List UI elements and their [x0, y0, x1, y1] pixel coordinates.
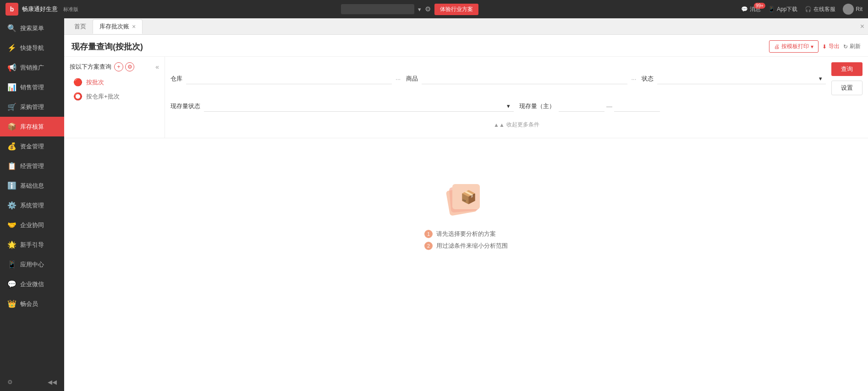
- sidebar-item-search[interactable]: 🔍 搜索菜单: [0, 18, 64, 38]
- app-edition: 标准版: [63, 6, 78, 13]
- sidebar-item-label: 应用中心: [20, 261, 44, 269]
- topbar-right: 💬 消息 99+ 📱 App下载 🎧 在线客服 Rit: [741, 4, 863, 15]
- status-select[interactable]: ▾: [657, 73, 826, 84]
- empty-cube-svg: 📦: [443, 175, 489, 221]
- empty-cube-container: 📦: [443, 175, 489, 221]
- basic-info-icon: ℹ️: [7, 181, 16, 190]
- tabs-bar: 首页 库存批次账 × ×: [64, 18, 868, 35]
- user-avatar-button[interactable]: Rit: [843, 4, 863, 15]
- inventory-main-to[interactable]: [614, 101, 660, 112]
- panel-close-button[interactable]: ×: [860, 22, 864, 31]
- messages-button[interactable]: 💬 消息 99+: [741, 5, 761, 13]
- tab-home-label: 首页: [74, 22, 86, 31]
- sidebar-item-label: 采购管理: [20, 103, 44, 111]
- finance-icon: 💰: [7, 142, 16, 151]
- sidebar-item-member[interactable]: 👑 畅会员: [0, 294, 64, 314]
- topbar-search-input[interactable]: [341, 4, 414, 14]
- warehouse-label: 仓库: [170, 75, 182, 83]
- export-button[interactable]: ⬇ 导出: [822, 43, 840, 50]
- filter-buttons: 查询 设置: [831, 62, 863, 95]
- sidebar-item-finance[interactable]: 💰 资金管理: [0, 136, 64, 156]
- main-layout: 🔍 搜索菜单 ⚡ 快捷导航 📢 营销推广 📊 销售管理 🛒 采购管理 📦 库存核…: [0, 18, 868, 391]
- refresh-label: 刷新: [850, 43, 861, 50]
- sidebar-item-system[interactable]: ⚙️ 系统管理: [0, 196, 64, 215]
- online-service-button[interactable]: 🎧 在线客服: [805, 5, 835, 13]
- enterprise-icon: 🤝: [7, 221, 16, 229]
- wechat-icon: 💬: [7, 280, 16, 288]
- sidebar-item-app-center[interactable]: 📱 应用中心: [0, 255, 64, 274]
- filter-option-label: 按仓库+批次: [86, 92, 120, 101]
- filter-option-by-warehouse-batch[interactable]: ⭕ 按仓库+批次: [70, 89, 159, 103]
- sidebar-item-wechat[interactable]: 💬 企业微信: [0, 274, 64, 294]
- guide-icon: 🌟: [7, 240, 16, 249]
- settings-button[interactable]: 设置: [831, 81, 863, 95]
- sidebar-item-inventory[interactable]: 📦 库存核算: [0, 117, 64, 136]
- tab-close-button[interactable]: ×: [132, 23, 136, 30]
- hint-text-2: 用过滤条件来缩小分析范围: [436, 242, 508, 250]
- tab-home[interactable]: 首页: [68, 20, 93, 33]
- topbar-dropdown-icon[interactable]: ▾: [418, 6, 421, 13]
- filter-field-warehouse: 仓库 ···: [170, 73, 401, 84]
- empty-state: 📦 1 请先选择要分析的方案 2 用过滤条件来缩小分析范围: [64, 138, 868, 287]
- empty-hint-2: 2 用过滤条件来缩小分析范围: [424, 242, 508, 250]
- sidebar-item-label: 企业协同: [20, 221, 44, 229]
- filter-collapse-icon[interactable]: «: [155, 63, 159, 71]
- sidebar-item-enterprise[interactable]: 🤝 企业协同: [0, 215, 64, 235]
- app-center-icon: 📱: [7, 260, 16, 269]
- sidebar-item-marketing[interactable]: 📢 营销推广: [0, 58, 64, 77]
- sidebar-item-quick-nav[interactable]: ⚡ 快捷导航: [0, 38, 64, 58]
- print-button[interactable]: 🖨 按模板打印 ▾: [769, 40, 819, 53]
- trial-button[interactable]: 体验行业方案: [434, 4, 478, 15]
- refresh-icon: ↻: [843, 43, 848, 50]
- sidebar-item-operations[interactable]: 📋 经营管理: [0, 156, 64, 176]
- page-actions: 🖨 按模板打印 ▾ ⬇ 导出 ↻ 刷新: [769, 40, 861, 53]
- scheme-setting-button[interactable]: ⚙: [125, 62, 134, 71]
- inventory-main-from[interactable]: [559, 101, 604, 112]
- system-icon: ⚙️: [7, 201, 16, 210]
- sidebar: 🔍 搜索菜单 ⚡ 快捷导航 📢 营销推广 📊 销售管理 🛒 采购管理 📦 库存核…: [0, 18, 64, 391]
- collapse-icon[interactable]: ◀◀: [48, 379, 57, 386]
- hint-num-2: 2: [424, 242, 433, 250]
- online-service-label: 在线客服: [813, 5, 835, 13]
- filter-section: 按以下方案查询 + ⚙ « 🔴 按批次 ⭕: [64, 57, 868, 138]
- sidebar-item-label: 库存核算: [20, 123, 44, 131]
- collapse-more-icon: ▲▲: [494, 122, 505, 128]
- sidebar-item-sales[interactable]: 📊 销售管理: [0, 77, 64, 97]
- sidebar-bottom: ⚙ ◀◀: [0, 373, 64, 391]
- empty-hints: 1 请先选择要分析的方案 2 用过滤条件来缩小分析范围: [424, 230, 508, 250]
- page-content: 现存量查询(按批次) 🖨 按模板打印 ▾ ⬇ 导出 ↻ 刷新: [64, 35, 868, 391]
- query-button[interactable]: 查询: [831, 62, 863, 76]
- print-label: 按模板打印: [781, 43, 809, 50]
- sidebar-item-purchase[interactable]: 🛒 采购管理: [0, 97, 64, 117]
- filter-label-actions: + ⚙: [114, 62, 134, 71]
- print-icon: 🖨: [774, 43, 780, 50]
- export-icon: ⬇: [822, 43, 827, 50]
- status-dropdown-icon: ▾: [819, 75, 822, 82]
- sidebar-item-label: 企业微信: [20, 280, 44, 288]
- page-header: 现存量查询(按批次) 🖨 按模板打印 ▾ ⬇ 导出 ↻ 刷新: [64, 35, 868, 57]
- app-download-button[interactable]: 📱 App下载: [768, 5, 797, 13]
- inventory-status-select[interactable]: ▾: [204, 101, 514, 112]
- hint-num-1: 1: [424, 230, 433, 238]
- warehouse-dots[interactable]: ···: [396, 76, 401, 82]
- collapse-more-button[interactable]: ▲▲ 收起更多条件: [170, 117, 863, 132]
- sales-icon: 📊: [7, 83, 16, 92]
- product-dots[interactable]: ···: [631, 76, 636, 82]
- add-scheme-button[interactable]: +: [114, 62, 123, 71]
- filter-row-1: 仓库 ··· 商品 ··· 状态: [170, 62, 863, 95]
- avatar: [843, 4, 854, 15]
- marketing-icon: 📢: [7, 63, 16, 72]
- inventory-status-label: 现存量状态: [170, 102, 200, 110]
- tab-inventory-batch[interactable]: 库存批次账 ×: [93, 19, 143, 34]
- warehouse-input[interactable]: [186, 73, 392, 84]
- topbar-gear-icon[interactable]: ⚙: [425, 5, 431, 13]
- print-dropdown-icon[interactable]: ▾: [811, 43, 813, 50]
- page-title: 现存量查询(按批次): [71, 41, 143, 52]
- product-input[interactable]: [422, 73, 627, 84]
- filter-option-by-batch[interactable]: 🔴 按批次: [70, 75, 159, 89]
- sidebar-item-guide[interactable]: 🌟 新手引导: [0, 235, 64, 255]
- refresh-button[interactable]: ↻ 刷新: [843, 43, 861, 50]
- filter-scheme-label: 按以下方案查询 + ⚙ «: [70, 62, 159, 71]
- sidebar-item-basic-info[interactable]: ℹ️ 基础信息: [0, 176, 64, 196]
- settings-icon[interactable]: ⚙: [7, 379, 13, 386]
